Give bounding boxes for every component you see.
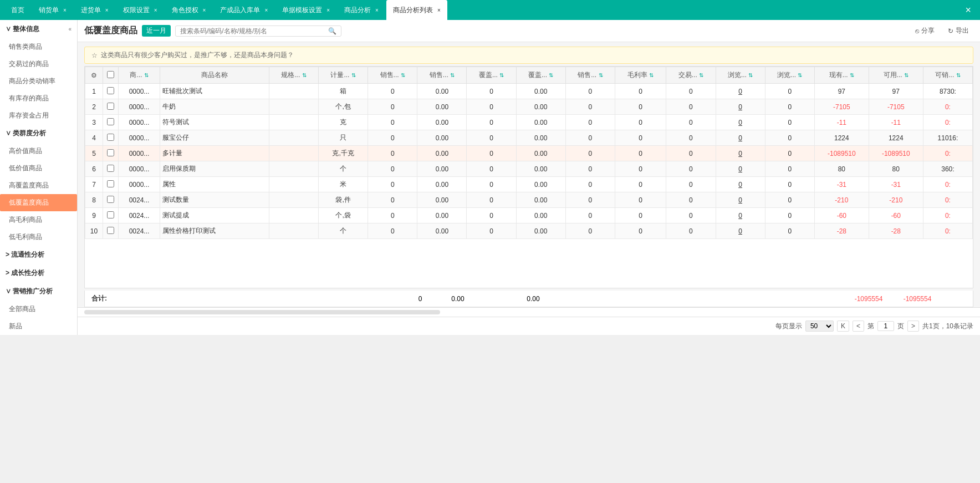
next-page-button[interactable]: > [907,321,919,332]
sidebar-item-low-profit[interactable]: 低毛利商品 [0,228,77,246]
col-cover2[interactable]: 覆盖... ⇅ [516,67,565,84]
nav-close-role[interactable]: × [203,7,206,13]
nav-close-purchase[interactable]: × [105,7,109,13]
page-number-input[interactable] [877,321,894,331]
sidebar-item-low-value[interactable]: 低价值商品 [0,160,77,177]
nav-item-home[interactable]: 首页 [4,0,31,20]
sidebar-item-low-coverage[interactable]: 低覆盖度商品 [0,194,77,211]
table-row-checkbox[interactable] [103,177,119,192]
nav-close-analysis-list[interactable]: × [437,7,441,13]
col-spec[interactable]: 规格... ⇅ [269,67,318,84]
sidebar-item-traded-goods[interactable]: 交易过的商品 [0,55,77,73]
sidebar-item-sales-goods[interactable]: 销售类商品 [0,38,77,55]
col-browse2[interactable]: 浏览... ⇅ [765,67,814,84]
col-settings[interactable]: ⚙ [85,67,103,84]
table-row-checkbox[interactable] [103,146,119,161]
table-row-cover1: 0 [467,161,516,177]
sidebar-item-category-rate[interactable]: 商品分类动销率 [0,73,77,90]
col-cover1[interactable]: 覆盖... ⇅ [467,67,516,84]
table-row-checkbox[interactable] [103,161,119,177]
table-row-browse1[interactable]: 0 [716,130,765,146]
sidebar-group-cluster[interactable]: ∨ 类群度分析 [0,124,77,143]
table-row-browse1[interactable]: 0 [716,161,765,177]
nav-item-product[interactable]: 产成品入库单 × [213,0,274,20]
col-stock1[interactable]: 现有... ⇅ [814,67,869,84]
export-button[interactable]: ↻ 导出 [943,24,973,37]
sidebar-group-liquidity[interactable]: > 流通性分析 [0,246,77,264]
table-row-spec [269,84,318,99]
table-row-browse1[interactable]: 0 [716,208,765,223]
nav-item-analysis[interactable]: 商品分析 × [338,0,385,20]
col-stock2[interactable]: 可用... ⇅ [869,67,923,84]
page-size-select[interactable]: 50 100 200 [805,321,834,332]
nav-item-analysis-list[interactable]: 商品分析列表 × [386,0,447,20]
period-button[interactable]: 近一月 [142,25,171,37]
col-gross[interactable]: 毛利率 ⇅ [615,67,666,84]
table-row-browse1[interactable]: 0 [716,177,765,192]
table-row-cover2: 0.00 [516,130,565,146]
table-row-spec [269,115,318,130]
table-row-checkbox[interactable] [103,130,119,146]
table-row-checkbox[interactable] [103,208,119,223]
window-close-button[interactable]: × [961,4,976,16]
sidebar-item-high-coverage[interactable]: 高覆盖度商品 [0,177,77,194]
col-name[interactable]: 商品名称 [160,67,269,84]
table-row-checkbox[interactable] [103,115,119,130]
nav-close-analysis[interactable]: × [375,7,379,13]
col-stock3[interactable]: 可销... ⇅ [923,67,972,84]
table-row-no: 9 [85,208,103,223]
table-row-browse2: 0 [765,99,814,115]
sidebar-group-marketing[interactable]: ∨ 营销推广分析 [0,282,77,301]
sidebar-item-all-goods[interactable]: 全部商品 [0,301,77,318]
search-input[interactable] [180,27,328,35]
table-row-browse1[interactable]: 0 [716,115,765,130]
table-row-no: 3 [85,115,103,130]
table-row-browse1[interactable]: 0 [716,84,765,99]
col-sales1[interactable]: 销售... ⇅ [368,67,417,84]
sidebar-item-high-profit[interactable]: 高毛利商品 [0,211,77,228]
sidebar-item-high-value[interactable]: 高价值商品 [0,143,77,160]
col-sales3[interactable]: 销售... ⇅ [565,67,615,84]
nav-close-permission[interactable]: × [154,7,157,13]
table-row-browse1[interactable]: 0 [716,223,765,239]
nav-item-purchase[interactable]: 进货单 × [74,0,115,20]
nav-item-role[interactable]: 角色授权 × [165,0,213,20]
table-row-browse2: 0 [765,84,814,99]
nav-close-product[interactable]: × [264,7,268,13]
table-row-checkbox[interactable] [103,223,119,239]
table-row-checkbox[interactable] [103,84,119,99]
sidebar-item-capital[interactable]: 库存资金占用 [0,107,77,124]
footer-stock1: -1095554 [846,295,891,303]
sidebar-item-new-goods[interactable]: 新品 [0,318,77,335]
table-row-stock3: 0: [923,146,972,161]
nav-close-template[interactable]: × [326,7,330,13]
content-header: 低覆盖度商品 近一月 🔍 ⎋ 分享 ↻ 导出 [78,20,980,42]
share-button[interactable]: ⎋ 分享 [911,24,939,37]
select-all-checkbox[interactable] [107,71,114,78]
nav-close-sales[interactable]: × [63,7,67,13]
col-checkbox-all[interactable] [103,67,119,84]
nav-item-sales[interactable]: 销货单 × [32,0,73,20]
prev-page-button[interactable]: < [853,321,864,332]
table-row-checkbox[interactable] [103,192,119,208]
col-browse1[interactable]: 浏览... ⇅ [716,67,765,84]
sidebar-group-growth[interactable]: > 成长性分析 [0,264,77,282]
nav-item-permission[interactable]: 权限设置 × [116,0,164,20]
col-code[interactable]: 商... ⇅ [119,67,160,84]
col-unit[interactable]: 计量... ⇅ [319,67,368,84]
table-row-checkbox[interactable] [103,99,119,115]
table-row-stock1: 1224 [814,130,869,146]
nav-item-template[interactable]: 单据模板设置 × [275,0,336,20]
table-row-sales1: 0 [368,115,417,130]
search-icon[interactable]: 🔍 [328,27,336,35]
table-row-browse1[interactable]: 0 [716,146,765,161]
col-trade[interactable]: 交易... ⇅ [666,67,716,84]
scrollbar-area[interactable] [78,307,980,317]
table-row-browse1[interactable]: 0 [716,192,765,208]
sidebar-group-overall[interactable]: ∨ 整体信息 « [0,20,77,38]
table-row-browse1[interactable]: 0 [716,99,765,115]
table-row-cover1: 0 [467,84,516,99]
first-page-button[interactable]: K [837,321,849,332]
col-sales2[interactable]: 销售... ⇅ [417,67,467,84]
sidebar-item-stock-goods[interactable]: 有库存的商品 [0,90,77,107]
